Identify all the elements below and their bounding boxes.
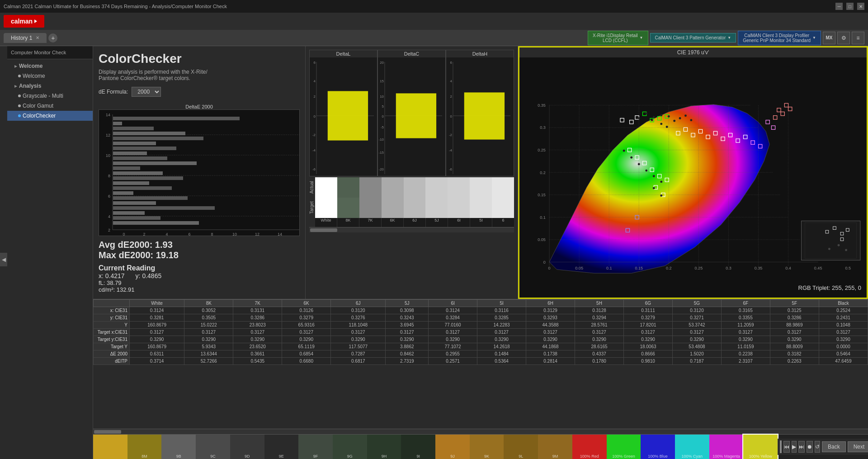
cell-5-3[interactable]: 65.1119 — [282, 343, 331, 350]
cell-0-0[interactable]: 0.3124 — [130, 307, 184, 314]
swatch-white-actual[interactable] — [315, 177, 337, 198]
cell-0-7[interactable]: 0.3116 — [477, 307, 526, 314]
tab-history1[interactable]: History 1 ✕ — [4, 33, 47, 43]
cell-4-10[interactable]: 0.3290 — [623, 336, 672, 343]
cell-5-11[interactable]: 53.4808 — [672, 343, 721, 350]
device2-button[interactable]: CalMAN Client 3 Pattern Generator ▼ — [650, 33, 736, 43]
cell-2-13[interactable]: 88.9869 — [770, 322, 819, 329]
cell-2-1[interactable]: 15.0222 — [184, 322, 233, 329]
de-formula-select[interactable]: 2000 — [132, 87, 161, 97]
swatch-8k-actual[interactable] — [337, 177, 359, 198]
stop-button[interactable] — [780, 440, 782, 453]
cell-3-10[interactable]: 0.3127 — [623, 329, 672, 336]
cell-0-13[interactable]: 0.3125 — [770, 307, 819, 314]
cell-3-0[interactable]: 0.3127 — [130, 329, 184, 336]
cell-5-1[interactable]: 5.9343 — [184, 343, 233, 350]
sidebar-item-welcome[interactable]: Welcome — [7, 71, 93, 81]
cell-5-5[interactable]: 3.8862 — [386, 343, 429, 350]
cell-5-6[interactable]: 77.1072 — [429, 343, 477, 350]
loop-button[interactable]: ↺ — [815, 441, 820, 453]
swatch-8k-target[interactable] — [337, 198, 359, 218]
cell-7-11[interactable]: 0.7187 — [672, 358, 721, 365]
cell-5-7[interactable]: 14.2618 — [477, 343, 526, 350]
cell-0-6[interactable]: 0.3124 — [429, 307, 477, 314]
chart-hscroll[interactable] — [309, 227, 514, 232]
device3-button[interactable]: CalMAN Client 3 Display ProfilerGeneric … — [738, 31, 821, 45]
cell-4-11[interactable]: 0.3290 — [672, 336, 721, 343]
cell-3-1[interactable]: 0.3127 — [184, 329, 233, 336]
bottom-swatch-16[interactable]: 100% Blue — [641, 435, 675, 459]
swatch-5j-target[interactable] — [425, 198, 448, 218]
bottom-swatch-0[interactable] — [93, 435, 127, 459]
cell-1-11[interactable]: 0.3271 — [672, 314, 721, 322]
cell-4-1[interactable]: 0.3290 — [184, 336, 233, 343]
swatch-7k-actual[interactable] — [359, 177, 382, 198]
play-button[interactable]: ▶ — [792, 441, 797, 453]
cell-7-4[interactable]: 0.6817 — [331, 358, 386, 365]
cell-4-4[interactable]: 0.3290 — [331, 336, 386, 343]
cell-7-5[interactable]: 2.7319 — [386, 358, 429, 365]
cell-1-6[interactable]: 0.3284 — [429, 314, 477, 322]
close-button[interactable]: ✕ — [857, 3, 864, 10]
swatch-6i-target[interactable] — [448, 198, 470, 218]
sidebar-collapse-button[interactable]: ◀ — [0, 253, 7, 266]
cell-7-2[interactable]: 0.5435 — [233, 358, 282, 365]
cell-6-0[interactable]: 0.6311 — [130, 350, 184, 358]
cell-2-2[interactable]: 23.8023 — [233, 322, 282, 329]
cell-4-13[interactable]: 0.3290 — [770, 336, 819, 343]
cell-0-4[interactable]: 0.3120 — [331, 307, 386, 314]
swatch-white-target[interactable] — [315, 198, 337, 218]
cell-4-0[interactable]: 0.3290 — [130, 336, 184, 343]
bottom-swatch-10[interactable]: 9J — [435, 435, 470, 459]
cell-3-9[interactable]: 0.3127 — [575, 329, 624, 336]
cell-6-1[interactable]: 13.6344 — [184, 350, 233, 358]
swatch-6-target[interactable] — [492, 198, 514, 218]
cell-6-13[interactable]: 0.3182 — [770, 350, 819, 358]
swatch-6j-actual[interactable] — [404, 177, 426, 198]
cell-2-3[interactable]: 65.9316 — [282, 322, 331, 329]
cell-4-8[interactable]: 0.3290 — [526, 336, 575, 343]
bottom-swatch-15[interactable]: 100% Green — [607, 435, 641, 459]
cell-5-14[interactable]: 0.0000 — [819, 343, 868, 350]
cell-6-5[interactable]: 0.8462 — [386, 350, 429, 358]
bottom-swatch-6[interactable]: 9F — [298, 435, 333, 459]
cell-1-0[interactable]: 0.3281 — [130, 314, 184, 322]
cell-4-9[interactable]: 0.3290 — [575, 336, 624, 343]
cell-6-4[interactable]: 0.7287 — [331, 350, 386, 358]
cell-0-11[interactable]: 0.3120 — [672, 307, 721, 314]
cell-2-9[interactable]: 28.5761 — [575, 322, 624, 329]
hscroll-thumb[interactable] — [310, 228, 337, 232]
cell-7-12[interactable]: 2.3107 — [721, 358, 770, 365]
cell-3-6[interactable]: 0.3127 — [429, 329, 477, 336]
bottom-swatch-7[interactable]: 9G — [333, 435, 367, 459]
bottom-swatch-17[interactable]: 100% Cyan — [675, 435, 709, 459]
cell-7-6[interactable]: 0.2571 — [429, 358, 477, 365]
settings-icon[interactable]: ⚙ — [837, 32, 850, 44]
back-button[interactable]: Back — [822, 441, 846, 452]
swatch-6k-actual[interactable] — [382, 177, 404, 198]
cell-1-8[interactable]: 0.3293 — [526, 314, 575, 322]
swatch-5i-actual[interactable] — [470, 177, 492, 198]
cell-3-14[interactable]: 0.3127 — [819, 329, 868, 336]
cell-5-0[interactable]: 160.8679 — [130, 343, 184, 350]
cell-6-9[interactable]: 0.4337 — [575, 350, 624, 358]
cell-4-2[interactable]: 0.3290 — [233, 336, 282, 343]
bottom-swatch-19[interactable]: 100% Yellow — [743, 435, 778, 459]
cell-1-14[interactable]: 0.2431 — [819, 314, 868, 322]
swatch-6i-actual[interactable] — [448, 177, 470, 198]
menu-icon[interactable]: ≡ — [852, 32, 864, 44]
cell-2-12[interactable]: 11.2059 — [721, 322, 770, 329]
cell-6-8[interactable]: 0.1738 — [526, 350, 575, 358]
cell-0-14[interactable]: 0.2524 — [819, 307, 868, 314]
cell-5-8[interactable]: 44.1868 — [526, 343, 575, 350]
swatch-5j-actual[interactable] — [425, 177, 448, 198]
mx-button[interactable]: MX — [823, 32, 835, 44]
cell-2-5[interactable]: 3.6945 — [386, 322, 429, 329]
cell-7-0[interactable]: 0.3714 — [130, 358, 184, 365]
cell-6-10[interactable]: 0.8666 — [623, 350, 672, 358]
prev-button[interactable]: ⏮ — [783, 441, 790, 453]
cell-3-11[interactable]: 0.3127 — [672, 329, 721, 336]
sidebar-item-colorchecker[interactable]: ColorChecker — [7, 111, 93, 121]
table-hscroll[interactable] — [93, 429, 868, 434]
cell-4-6[interactable]: 0.3290 — [429, 336, 477, 343]
